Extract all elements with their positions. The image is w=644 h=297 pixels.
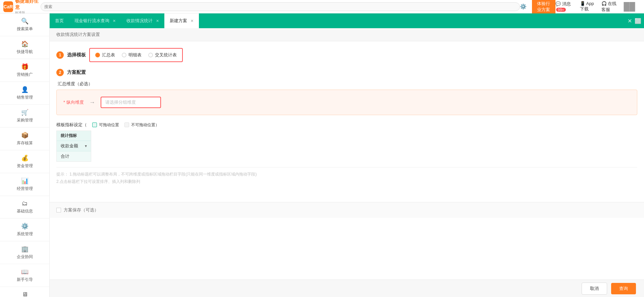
user-info: ████ ████ (624, 2, 641, 11)
sidebar-item-finance[interactable]: 💰 资金管理 (0, 150, 49, 173)
save-option[interactable]: 方案保存（可选） (56, 207, 637, 213)
app-download-label: App下载 (580, 1, 594, 11)
online-service-button[interactable]: 🎧 在线客服 (601, 1, 619, 13)
dimension-select-placeholder: 请选择分组维度 (105, 100, 136, 105)
content-area: 首页 现金银行流水查询 ✕ 收款情况统计 ✕ 新建方案 ✕ ✕ ⬜ (50, 13, 644, 297)
sidebar-item-marketing[interactable]: 🎁 营销推广 (0, 59, 49, 82)
radio-cross-circle (148, 53, 153, 57)
trial-button[interactable]: 体验行业方案 (532, 0, 555, 15)
cart-icon: 🛒 (21, 109, 29, 116)
tab-collection-close[interactable]: ✕ (156, 19, 159, 23)
sidebar-item-label: 系统管理 (17, 231, 33, 237)
box-icon: 📦 (21, 132, 29, 139)
sidebar-item-label: 基础信息 (17, 208, 33, 214)
tab-new[interactable]: 新建方案 ✕ (164, 13, 199, 28)
top-right: 💬 消息 99+ 📱 App下载 🎧 在线客服 ████ ████ (555, 1, 641, 13)
query-button[interactable]: 查询 (611, 283, 636, 294)
sidebar-item-purchase[interactable]: 🛒 采购管理 (0, 105, 49, 128)
tab-new-close[interactable]: ✕ (191, 19, 194, 23)
step2-header: 2 方案配置 (56, 69, 637, 76)
step2-section: 2 方案配置 汇总维度（必选） * 纵向维度 → 请选择分组维度 (56, 69, 637, 189)
radio-cross-label: 交叉统计表 (155, 52, 177, 58)
legend-draggable-box (92, 122, 97, 127)
sidebar-item-label: 搜索菜单 (17, 26, 33, 32)
legend-fixed: 不可拖动位置） (124, 122, 159, 128)
stats-table-sub: 合计 (57, 151, 91, 161)
tab-bank[interactable]: 现金银行流水查询 ✕ (69, 13, 121, 28)
tab-home[interactable]: 首页 (50, 13, 69, 28)
legend-fixed-label: 不可拖动位置） (131, 122, 159, 128)
sidebar: 🔍 搜索菜单 🏠 快捷导航 🎁 营销推广 👤 销售管理 🛒 采购管理 📦 库存核… (0, 13, 50, 297)
sidebar-item-basic[interactable]: 🗂 基础信息 (0, 196, 49, 218)
message-button[interactable]: 💬 消息 99+ (555, 1, 575, 12)
step1-num: 1 (56, 51, 64, 59)
cancel-button[interactable]: 取消 (582, 283, 607, 295)
online-service-label: 在线客服 (601, 1, 617, 12)
sidebar-item-label: 快捷导航 (17, 49, 33, 55)
sidebar-item-label: 资金管理 (17, 163, 33, 169)
legend-fixed-box (124, 122, 129, 127)
indicators-section: 模板指标设定（ 可拖动位置 不可拖动位置） 统计指标 (56, 122, 637, 162)
legend-draggable-label: 可拖动位置 (99, 122, 119, 128)
stats-table-item[interactable]: 收款金额 ▾ (57, 141, 91, 151)
sidebar-item-label: 采购管理 (17, 117, 33, 123)
dimension-section-title: 汇总维度（必选） (58, 81, 93, 86)
tips-text-1: 提示： 1.拖动标题栏可以调整布局，不可跨维度或指标区域拖动栏目字段(只能在同一… (56, 171, 637, 178)
book-icon: 📖 (21, 268, 29, 276)
gear-icon[interactable]: ⚙️ (520, 3, 527, 10)
sidebar-item-quick-nav[interactable]: 🏠 快捷导航 (0, 36, 49, 59)
stats-table-header: 统计指标 (57, 131, 91, 141)
search-icon: 🔍 (21, 17, 29, 25)
radio-summary[interactable]: 汇总表 (95, 52, 115, 58)
radio-detail[interactable]: 明细表 (122, 52, 142, 58)
expand-window-icon[interactable]: ⬜ (635, 18, 641, 24)
legend-draggable: 可拖动位置 (92, 122, 119, 128)
sidebar-item-label: 库存核算 (17, 140, 33, 146)
tab-home-label: 首页 (55, 18, 64, 24)
logo-icon: CaR (3, 1, 13, 12)
radio-detail-label: 明细表 (128, 52, 142, 58)
sidebar-item-hardware[interactable]: 🖥 智能硬件 (0, 287, 49, 297)
page-header: 收款情况统计方案设置 (50, 28, 644, 41)
save-checkbox[interactable] (56, 208, 61, 212)
logo-abbr: CaR (3, 4, 13, 9)
dimension-select[interactable]: 请选择分组维度 (101, 97, 161, 108)
step1-title: 选择模板 (67, 52, 86, 58)
tab-collection[interactable]: 收款情况统计 ✕ (121, 13, 164, 28)
tab-bar-right: ✕ ⬜ (628, 18, 644, 24)
step1-header: 1 选择模板 汇总表 明细表 (56, 48, 637, 62)
sidebar-item-label: 经营管理 (17, 186, 33, 192)
template-select-group: 汇总表 明细表 交叉统计表 (89, 48, 183, 62)
sidebar-item-enterprise[interactable]: 🏢 企业协同 (0, 241, 49, 264)
sidebar-item-search[interactable]: 🔍 搜索菜单 (0, 13, 49, 36)
message-badge: 99+ (556, 8, 566, 12)
sidebar-item-label: 新手引导 (17, 277, 33, 283)
indicators-header: 模板指标设定（ 可拖动位置 不可拖动位置） (56, 122, 637, 128)
main-layout: 🔍 搜索菜单 🏠 快捷导航 🎁 营销推广 👤 销售管理 🛒 采购管理 📦 库存核… (0, 13, 644, 297)
tab-bank-close[interactable]: ✕ (113, 19, 116, 23)
folder-icon: 🗂 (22, 200, 28, 207)
person-icon: 👤 (21, 86, 29, 93)
app-download-button[interactable]: 📱 App下载 (580, 1, 596, 12)
sidebar-item-inventory[interactable]: 📦 库存核算 (0, 128, 49, 150)
chart-icon: 📊 (21, 177, 29, 185)
footer-bar: 取消 查询 (50, 280, 644, 297)
indicators-title: 模板指标设定（ (56, 122, 87, 128)
radio-summary-circle (95, 53, 100, 57)
radio-cross[interactable]: 交叉统计表 (148, 52, 177, 58)
dimension-area: * 纵向维度 → 请选择分组维度 (56, 90, 637, 115)
sidebar-item-sales[interactable]: 👤 销售管理 (0, 82, 49, 105)
step1-section: 1 选择模板 汇总表 明细表 (56, 48, 637, 62)
search-input[interactable] (41, 2, 520, 11)
arrow-icon: → (89, 99, 95, 106)
money-icon: 💰 (21, 154, 29, 162)
building-icon: 🏢 (21, 245, 29, 253)
form-body: 1 选择模板 汇总表 明细表 (50, 41, 644, 202)
monitor-icon: 🖥 (22, 291, 28, 297)
sidebar-item-operations[interactable]: 📊 经营管理 (0, 173, 49, 196)
sidebar-item-system[interactable]: ⚙️ 系统管理 (0, 218, 49, 241)
close-window-icon[interactable]: ✕ (628, 18, 632, 24)
sidebar-item-guide[interactable]: 📖 新手引导 (0, 264, 49, 287)
top-bar: CaR 畅捷通好生意 标准版 ⚙️ 体验行业方案 💬 消息 99+ 📱 App下… (0, 0, 644, 13)
gift-icon: 🎁 (21, 63, 29, 70)
